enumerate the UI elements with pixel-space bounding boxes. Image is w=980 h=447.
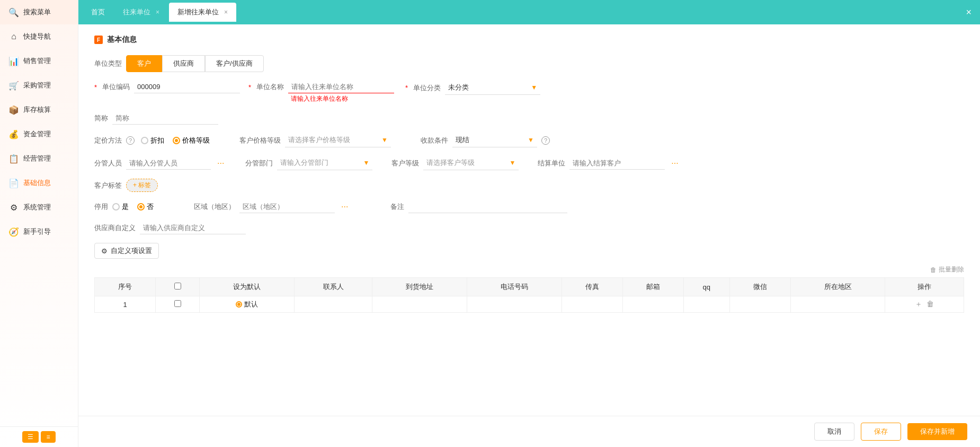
settlement-field: 结算单位 ··· [538, 157, 680, 170]
th-fax: 传真 [562, 278, 622, 296]
pricing-radio-level[interactable]: 价格等级 [173, 136, 210, 145]
pricing-method-label: 定价方法 [94, 136, 122, 145]
unit-type-row: 单位类型 客户 供应商 客户/供应商 [94, 55, 964, 72]
unit-name-required: * [248, 83, 251, 91]
type-btn-both[interactable]: 客户/供应商 [205, 55, 264, 72]
th-region: 所在地区 [790, 278, 885, 296]
batch-delete-button[interactable]: 🗑 批量删除 [930, 265, 964, 274]
tab-partner-label: 往来单位 [123, 7, 150, 17]
contact-table: 序号 设为默认 联系人 到货地址 电话号码 传真 邮箱 qq 微信 所在地区 操… [94, 277, 964, 313]
row-qq [683, 296, 729, 313]
customer-level-placeholder: 请选择客户等级 [426, 158, 475, 168]
save-new-button[interactable]: 保存并新增 [907, 423, 967, 440]
row-checkbox-cell [156, 296, 200, 313]
add-tag-button[interactable]: + 标签 [126, 179, 158, 192]
payment-condition-value: 现结 [456, 135, 469, 145]
tab-partner[interactable]: 往来单位 × [114, 3, 168, 22]
custom-settings-button[interactable]: ⚙ 自定义项设置 [94, 243, 159, 259]
disabled-yes[interactable]: 是 [112, 202, 129, 212]
region-more-icon[interactable]: ··· [339, 202, 350, 212]
pricing-radio-discount[interactable]: 折扣 [141, 136, 164, 145]
batch-delete-icon: 🗑 [930, 266, 937, 274]
sidebar-item-quick-nav[interactable]: ⌂ 快捷导航 [0, 24, 78, 49]
type-btn-supplier[interactable]: 供应商 [162, 55, 205, 72]
manager-more-icon[interactable]: ··· [215, 159, 226, 168]
unit-code-input[interactable] [134, 81, 240, 93]
sidebar-label-search: 搜索菜单 [23, 7, 51, 17]
th-checkbox [156, 278, 200, 296]
customer-level-select[interactable]: 请选择客户等级 ▼ [423, 156, 519, 170]
tab-new-partner[interactable]: 新增往来单位 × [169, 3, 236, 22]
th-default: 设为默认 [200, 278, 295, 296]
tab-home[interactable]: 首页 [83, 4, 113, 20]
unit-category-arrow-icon: ▼ [531, 84, 537, 91]
tab-bar-close-all[interactable]: × [961, 7, 976, 18]
settlement-label: 结算单位 [538, 159, 565, 168]
unit-code-field: * 单位编码 [94, 81, 240, 93]
supplier-custom-field: 供应商自定义 [94, 222, 246, 234]
manager-input[interactable] [126, 157, 211, 170]
sidebar-item-purchase[interactable]: 🛒 采购管理 [0, 73, 78, 98]
supplier-custom-label: 供应商自定义 [94, 223, 136, 233]
sales-icon: 📊 [8, 56, 19, 66]
sidebar-item-finance[interactable]: 💰 资金管理 [0, 122, 78, 146]
customer-tag-row: 客户标签 + 标签 [94, 179, 964, 192]
sidebar-item-guide[interactable]: 🧭 新手引导 [0, 220, 78, 244]
sidebar-label-purchase: 采购管理 [23, 81, 51, 90]
pricing-method-field: 定价方法 ? 折扣 价格等级 [94, 136, 210, 145]
row-add-icon[interactable]: ＋ [915, 300, 922, 308]
row-checkbox[interactable] [174, 300, 181, 307]
remarks-input[interactable] [408, 200, 567, 213]
row-contact [295, 296, 372, 313]
row-fax [562, 296, 622, 313]
guide-icon: 🧭 [8, 226, 19, 237]
region-input[interactable] [239, 200, 335, 213]
payment-help-icon[interactable]: ? [541, 136, 550, 145]
supplier-custom-row: 供应商自定义 [94, 222, 964, 234]
department-select[interactable]: 请输入分管部门 ▼ [277, 156, 372, 170]
remarks-field: 备注 [390, 200, 567, 213]
finance-icon: 💰 [8, 129, 19, 139]
row-address [372, 296, 467, 313]
sidebar-label-quick-nav: 快捷导航 [23, 32, 51, 41]
sidebar-item-inventory[interactable]: 📦 库存核算 [0, 98, 78, 122]
payment-condition-select[interactable]: 现结 ▼ [452, 133, 537, 147]
customer-tag-label: 客户标签 [94, 181, 122, 190]
sidebar-bottom-btn2[interactable]: ≡ [41, 431, 55, 443]
unit-category-field: * 单位分类 未分类 ▼ [405, 81, 540, 95]
sidebar-item-operation[interactable]: 📋 经营管理 [0, 146, 78, 171]
sidebar-item-system[interactable]: ⚙ 系统管理 [0, 195, 78, 220]
disabled-no[interactable]: 否 [137, 202, 154, 212]
unit-name-input[interactable] [288, 81, 394, 93]
inventory-icon: 📦 [8, 104, 19, 115]
customer-price-level-select[interactable]: 请选择客户价格等级 ▼ [285, 133, 391, 147]
manager-label: 分管人员 [94, 159, 122, 168]
unit-category-value: 未分类 [448, 83, 469, 92]
sidebar-item-sales[interactable]: 📊 销售管理 [0, 49, 78, 73]
row-delete-icon[interactable]: 🗑 [926, 300, 934, 308]
row-default-radio[interactable] [236, 301, 242, 308]
disabled-no-label: 否 [147, 202, 154, 212]
table-row: 1 默认 [95, 296, 964, 313]
settlement-input[interactable] [569, 157, 665, 170]
settlement-more-icon[interactable]: ··· [669, 159, 680, 168]
cancel-button[interactable]: 取消 [814, 423, 854, 441]
th-index: 序号 [95, 278, 156, 296]
unit-category-select[interactable]: 未分类 ▼ [445, 81, 540, 95]
sidebar-item-basic-info[interactable]: 📄 基础信息 [0, 171, 78, 195]
pricing-help-icon[interactable]: ? [126, 136, 135, 145]
form-content: F 基本信息 单位类型 客户 供应商 客户/供应商 * 单位编码 [78, 24, 980, 416]
type-btn-customer[interactable]: 客户 [126, 55, 162, 72]
tab-new-partner-close[interactable]: × [224, 8, 228, 16]
supplier-custom-input[interactable] [140, 222, 246, 234]
short-name-label: 简称 [94, 113, 108, 123]
select-all-checkbox[interactable] [174, 283, 181, 290]
tab-partner-close[interactable]: × [156, 8, 159, 16]
short-name-input[interactable] [112, 112, 218, 125]
sidebar-bottom-btn1[interactable]: ☰ [22, 431, 39, 443]
system-icon: ⚙ [8, 202, 19, 213]
save-button[interactable]: 保存 [861, 423, 901, 441]
region-field: 区域（地区） ··· [194, 200, 350, 213]
sidebar-item-search[interactable]: 🔍 搜索菜单 [0, 0, 78, 24]
disabled-field: 停用 是 否 [94, 202, 154, 212]
